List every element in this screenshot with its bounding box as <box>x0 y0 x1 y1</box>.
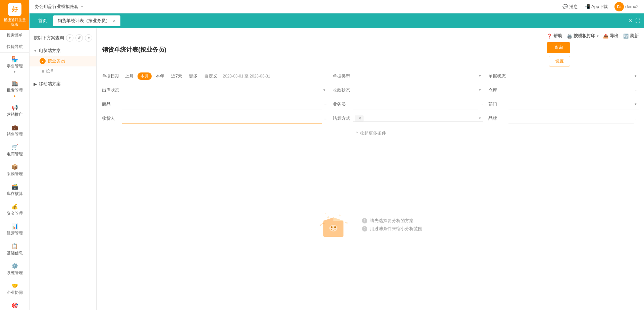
filter-warehouse-input[interactable] <box>508 85 634 95</box>
warehouse-dots-icon[interactable]: ··· <box>635 88 639 93</box>
date-btn-custom[interactable]: 自定义 <box>202 72 220 80</box>
sidebar-item-operations[interactable]: 📊 经营管理 <box>0 220 29 240</box>
filter-salesperson-input[interactable] <box>353 99 478 109</box>
export-icon: 📤 <box>603 34 608 39</box>
export-label: 导出 <box>610 33 619 39</box>
tab-sales-stat-label: 销货单统计表（按业务员） <box>58 18 110 24</box>
collapse-panel-button[interactable]: « <box>85 34 92 42</box>
sidebar-item-marketing[interactable]: 📢 营销推广 <box>0 101 29 121</box>
sidebar-item-newbie[interactable]: 🎯 新手引导 <box>0 299 29 310</box>
sidebar-item-system[interactable]: ⚙️ 系统管理 <box>0 259 29 279</box>
tab-close-icon[interactable]: ✕ <box>629 18 633 23</box>
sidebar-item-sales[interactable]: 💼 销售管理 <box>0 121 29 141</box>
help-button[interactable]: ❓ 帮助 <box>547 33 562 39</box>
filter-salesperson-label: 业务员 <box>333 101 353 107</box>
search-label[interactable]: 搜索菜单 <box>7 33 23 38</box>
filter-settlement-label: 结算方式 <box>333 115 353 121</box>
page-title-text: 销货单统计表(按业务员) <box>102 46 166 54</box>
add-scheme-button[interactable]: + <box>66 34 73 42</box>
scheme-by-order[interactable]: ≡ 按单 <box>30 66 96 76</box>
filter-dept-select[interactable]: ▾ <box>508 99 639 109</box>
sidebar-item-retail[interactable]: 🏪 零售管理 ▼ <box>0 53 29 77</box>
pc-section-label: 电脑端方案 <box>39 48 61 54</box>
filter-row-1: 单据日期 上月 本月 本年 近7天 更多 自定义 2023-03-01 至 20… <box>102 71 639 81</box>
empty-state: 1 请先选择要分析的方案 2 用过滤条件来缩小分析范围 <box>97 139 644 310</box>
tab-bar: 首页 销货单统计表（按业务员） ✕ ✕ ⛶ <box>30 13 644 28</box>
sidebar-search-section[interactable]: 搜索菜单 <box>0 30 29 41</box>
refresh-button[interactable]: 🔄 刷新 <box>623 33 639 39</box>
svg-point-5 <box>325 213 326 214</box>
sidebar-item-purchase[interactable]: 📦 采购管理 <box>0 160 29 180</box>
quicknav-label[interactable]: 快捷导航 <box>7 44 23 49</box>
product-dots-icon[interactable]: ··· <box>324 102 327 107</box>
date-btn-7days[interactable]: 近7天 <box>168 72 185 80</box>
date-btn-more[interactable]: 更多 <box>186 72 200 80</box>
brand-dots-icon[interactable]: ··· <box>635 116 639 121</box>
print-button[interactable]: 🖨️ 按模板打印 ▾ <box>567 33 598 39</box>
scheme-salesperson-label: 按业务员 <box>48 58 65 64</box>
mobile-section-header[interactable]: ▶ 移动端方案 <box>30 79 96 89</box>
pc-section-header[interactable]: ▼ 电脑端方案 <box>30 46 96 56</box>
scheme-salesperson[interactable]: ● 按业务员 <box>30 56 96 66</box>
filter-payment-select[interactable]: ▾ <box>353 85 483 95</box>
sidebar-item-inventory[interactable]: 🗃️ 库存核算 <box>0 180 29 200</box>
settings-button[interactable]: 设置 <box>549 56 570 66</box>
export-button[interactable]: 📤 导出 <box>603 33 619 39</box>
sidebar-item-finance[interactable]: 💰 资金管理 <box>0 200 29 220</box>
user-menu[interactable]: Ea demo2 <box>614 2 639 11</box>
filter-doc-type-select[interactable]: ▾ <box>353 71 483 81</box>
app-download-button[interactable]: 📲 App下载 <box>585 4 608 10</box>
filter-row-2: 出库状态 ▾ 收款状态 ▾ 仓库 <box>102 85 639 95</box>
filter-salesperson: 业务员 ··· <box>333 99 483 109</box>
tab-close-button[interactable]: ✕ <box>113 19 116 23</box>
tab-sales-stat[interactable]: 销货单统计表（按业务员） ✕ <box>53 15 120 26</box>
filter-row-4: 收货人 ··· 结算方式 ✕ ▾ <box>102 113 639 123</box>
filter-dept: 部门 ▾ <box>488 99 639 109</box>
retail-label: 零售管理 <box>7 63 23 69</box>
purchase-label: 采购管理 <box>7 171 23 177</box>
tab-home[interactable]: 首页 <box>34 15 52 26</box>
settlement-arrow-icon[interactable]: ▾ <box>479 116 481 120</box>
date-btn-this-month[interactable]: 本月 <box>138 72 152 80</box>
filter-outbound-select[interactable]: ▾ <box>122 85 327 95</box>
message-label: 消息 <box>569 4 578 10</box>
sidebar-quicknav-section[interactable]: 快捷导航 <box>0 41 29 53</box>
filter-area: 销货单统计表(按业务员) ❓ 帮助 🖨️ 按模板打印 ▾ <box>97 28 644 139</box>
filter-settlement: 结算方式 ✕ ▾ <box>333 115 483 122</box>
query-button[interactable]: 查询 <box>547 42 570 53</box>
breadcrumb-dropdown-icon[interactable]: ▾ <box>81 5 83 8</box>
salesperson-dots-icon[interactable]: ··· <box>479 102 483 107</box>
svg-point-1 <box>329 225 337 231</box>
marketing-icon: 📢 <box>11 104 18 111</box>
print-dropdown-icon[interactable]: ▾ <box>597 34 598 38</box>
collapse-filters-button[interactable]: ⌃ 收起更多条件 <box>102 127 639 139</box>
consignee-dots-icon[interactable]: ··· <box>324 116 327 121</box>
message-button[interactable]: 💬 消息 <box>562 4 578 10</box>
filter-doc-type-label: 单据类型 <box>333 73 353 79</box>
help-label: 帮助 <box>553 33 562 39</box>
filter-product-label: 商品 <box>102 101 122 107</box>
wholesale-arrow: ▲ <box>13 94 16 98</box>
filter-product-input[interactable] <box>122 99 322 109</box>
sidebar-item-wholesale[interactable]: 🏬 批发管理 ▲ <box>0 77 29 101</box>
refresh-scheme-button[interactable]: ↺ <box>75 34 83 42</box>
filter-date: 单据日期 上月 本月 本年 近7天 更多 自定义 2023-03-01 至 20… <box>102 72 327 80</box>
filter-doc-status-select[interactable]: ▾ <box>508 71 639 81</box>
date-btn-last-month[interactable]: 上月 <box>122 72 136 80</box>
sidebar-item-ecommerce[interactable]: 🛒 电商管理 <box>0 141 29 160</box>
sidebar-item-enterprise[interactable]: 🤝 企业协同 <box>0 279 29 299</box>
breadcrumb-text: 办公用品行业模拟账套 <box>35 4 78 10</box>
tab-home-label: 首页 <box>38 18 47 24</box>
filter-brand: 品牌 ··· <box>488 113 639 123</box>
filter-brand-input[interactable] <box>508 113 634 123</box>
filter-doc-status-label: 单据状态 <box>488 73 508 79</box>
sidebar-item-basic[interactable]: 📋 基础信息 <box>0 240 29 259</box>
filter-consignee-input[interactable] <box>122 113 322 123</box>
settlement-tag-remove[interactable]: ✕ <box>358 116 362 121</box>
tab-fullscreen-icon[interactable]: ⛶ <box>635 18 640 23</box>
date-btn-this-year[interactable]: 本年 <box>153 72 167 80</box>
avatar: Ea <box>614 2 624 11</box>
scheme-salesperson-icon: ● <box>40 58 46 64</box>
operations-icon: 📊 <box>11 223 18 229</box>
empty-hint-1: 1 请先选择要分析的方案 <box>362 218 422 224</box>
